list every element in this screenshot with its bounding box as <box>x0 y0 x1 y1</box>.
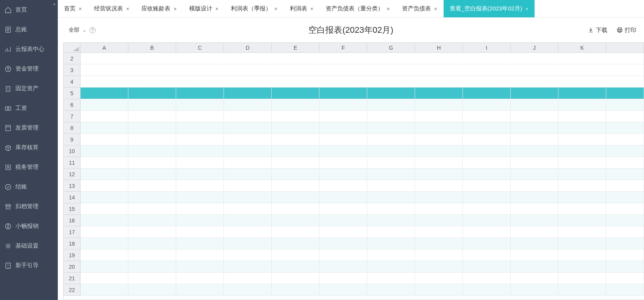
cell-I14[interactable] <box>463 192 511 203</box>
cell-B3[interactable] <box>128 64 176 76</box>
cell-E13[interactable] <box>272 180 319 192</box>
cell-F5[interactable] <box>319 88 367 99</box>
cell-D9[interactable] <box>224 134 272 145</box>
cell-extra-3[interactable] <box>606 64 644 76</box>
cell-F4[interactable] <box>319 76 367 88</box>
cell-F2[interactable] <box>319 53 367 64</box>
cell-K21[interactable] <box>558 273 606 284</box>
cell-C7[interactable] <box>176 111 224 122</box>
row-header-4[interactable]: 4 <box>64 76 81 88</box>
cell-F3[interactable] <box>319 64 367 76</box>
cell-I10[interactable] <box>463 145 511 157</box>
close-icon[interactable]: × <box>525 6 528 12</box>
cell-extra-15[interactable] <box>606 203 644 215</box>
sidebar-scroll-up-icon[interactable]: ▲ <box>52 2 56 6</box>
cell-C12[interactable] <box>176 169 224 180</box>
sidebar-item-money[interactable]: 资金管理 <box>0 59 58 79</box>
cell-E22[interactable] <box>272 284 319 296</box>
column-header-B[interactable]: B <box>128 43 176 53</box>
column-header-E[interactable]: E <box>272 43 319 53</box>
cell-J13[interactable] <box>511 180 558 192</box>
cell-B17[interactable] <box>128 226 176 238</box>
cell-G7[interactable] <box>367 111 415 122</box>
cell-E21[interactable] <box>272 273 319 284</box>
cell-E14[interactable] <box>272 192 319 203</box>
cell-D17[interactable] <box>224 226 272 238</box>
cell-D3[interactable] <box>224 64 272 76</box>
cell-I4[interactable] <box>463 76 511 88</box>
cell-J9[interactable] <box>511 134 558 145</box>
cell-G17[interactable] <box>367 226 415 238</box>
cell-J18[interactable] <box>511 238 558 249</box>
cell-K2[interactable] <box>558 53 606 64</box>
column-header-J[interactable]: J <box>511 43 558 53</box>
tab-2[interactable]: 应收账龄表× <box>135 0 183 17</box>
cell-J10[interactable] <box>511 145 558 157</box>
cell-B15[interactable] <box>128 203 176 215</box>
cell-G14[interactable] <box>367 192 415 203</box>
cell-D18[interactable] <box>224 238 272 249</box>
sidebar-item-invoice[interactable]: 发票管理 <box>0 118 58 138</box>
cell-B22[interactable] <box>128 284 176 296</box>
close-icon[interactable]: × <box>434 6 437 12</box>
cell-G21[interactable] <box>367 273 415 284</box>
close-icon[interactable]: × <box>79 6 82 12</box>
cell-G22[interactable] <box>367 284 415 296</box>
row-header-17[interactable]: 17 <box>64 226 81 238</box>
cell-D7[interactable] <box>224 111 272 122</box>
sidebar-item-home[interactable]: 首页 <box>0 0 58 20</box>
cell-extra-20[interactable] <box>606 261 644 273</box>
cell-F20[interactable] <box>319 261 367 273</box>
cell-G11[interactable] <box>367 157 415 169</box>
cell-H21[interactable] <box>415 273 463 284</box>
cell-D13[interactable] <box>224 180 272 192</box>
cell-J15[interactable] <box>511 203 558 215</box>
cell-K6[interactable] <box>558 99 606 111</box>
cell-B4[interactable] <box>128 76 176 88</box>
row-header-2[interactable]: 2 <box>64 53 81 64</box>
tab-1[interactable]: 经营状况表× <box>88 0 135 17</box>
cell-C9[interactable] <box>176 134 224 145</box>
cell-I7[interactable] <box>463 111 511 122</box>
cell-C17[interactable] <box>176 226 224 238</box>
close-icon[interactable]: × <box>173 6 177 12</box>
download-button[interactable]: 下载 <box>588 27 607 34</box>
cell-H14[interactable] <box>415 192 463 203</box>
cell-J21[interactable] <box>511 273 558 284</box>
cell-B8[interactable] <box>128 122 176 134</box>
cell-F8[interactable] <box>319 122 367 134</box>
cell-E8[interactable] <box>272 122 319 134</box>
cell-F16[interactable] <box>319 215 367 226</box>
column-header-H[interactable]: H <box>415 43 463 53</box>
sidebar-item-chart[interactable]: 云报表中心 <box>0 39 58 59</box>
cell-K7[interactable] <box>558 111 606 122</box>
print-button[interactable]: 打印 <box>617 27 636 34</box>
cell-extra-5[interactable] <box>606 88 644 99</box>
cell-I17[interactable] <box>463 226 511 238</box>
tab-6[interactable]: 资产负债表（重分类）× <box>319 0 396 17</box>
row-header-9[interactable]: 9 <box>64 134 81 145</box>
cell-K19[interactable] <box>558 249 606 261</box>
cell-extra-19[interactable] <box>606 249 644 261</box>
cell-E4[interactable] <box>272 76 319 88</box>
row-header-6[interactable]: 6 <box>64 99 81 111</box>
row-header-21[interactable]: 21 <box>64 273 81 284</box>
cell-C19[interactable] <box>176 249 224 261</box>
cell-C2[interactable] <box>176 53 224 64</box>
cell-I9[interactable] <box>463 134 511 145</box>
cell-extra-14[interactable] <box>606 192 644 203</box>
cell-J6[interactable] <box>511 99 558 111</box>
cell-D20[interactable] <box>224 261 272 273</box>
cell-J16[interactable] <box>511 215 558 226</box>
row-header-12[interactable]: 12 <box>64 169 81 180</box>
row-header-22[interactable]: 22 <box>64 284 81 296</box>
cell-E2[interactable] <box>272 53 319 64</box>
cell-H10[interactable] <box>415 145 463 157</box>
cell-I16[interactable] <box>463 215 511 226</box>
cell-H6[interactable] <box>415 99 463 111</box>
cell-C6[interactable] <box>176 99 224 111</box>
cell-D16[interactable] <box>224 215 272 226</box>
cell-I12[interactable] <box>463 169 511 180</box>
cell-F18[interactable] <box>319 238 367 249</box>
cell-J3[interactable] <box>511 64 558 76</box>
